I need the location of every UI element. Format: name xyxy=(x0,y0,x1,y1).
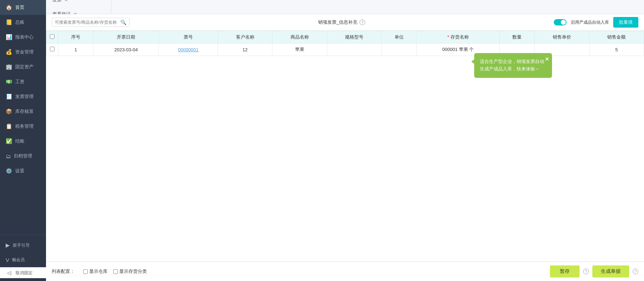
sidebar-icon-settlement: ✅ xyxy=(6,138,12,144)
tooltip-close-button[interactable]: ✕ xyxy=(545,55,549,63)
col-header-customer: 客户名称 xyxy=(218,31,272,44)
show-warehouse-checkbox[interactable]: 显示仓库 xyxy=(83,268,108,275)
sidebar-label-ledger: 总账 xyxy=(15,19,24,25)
sidebar-icon-tax: 📋 xyxy=(6,123,12,130)
sidebar-label-tax: 税务管理 xyxy=(15,123,34,130)
tab-bar: 首页发票✕查看凭证✕销项发票生成库存单据✕ xyxy=(46,0,644,14)
sidebar-bottom-item-guide[interactable]: ▶新手引导 xyxy=(0,238,46,253)
sidebar-bottom-icon-guide: ▶ xyxy=(6,242,10,248)
tab-invoice[interactable]: 发票✕ xyxy=(46,0,111,7)
unfix-button[interactable]: ◁ 取消固定 xyxy=(0,267,46,278)
sidebar-label-reports: 报表中心 xyxy=(15,34,34,40)
sidebar-icon-funds: 💰 xyxy=(6,49,12,55)
show-category-label: 显示存货分类 xyxy=(119,268,147,275)
sidebar-bottom-item-vip[interactable]: V畅会员 xyxy=(0,253,46,267)
toggle-switch[interactable] xyxy=(554,19,567,25)
sidebar-icon-wages: 💵 xyxy=(6,79,12,85)
cell-seq-0: 1 xyxy=(58,44,93,56)
table-wrapper: 序号开票日期票号客户名称商品名称规格型号单位存货名称数量销售单价销售金额 120… xyxy=(46,31,644,262)
sidebar-item-ledger[interactable]: 📒总账 xyxy=(0,15,46,30)
table-row: 12023-03-040000000112苹果000001 苹果 个5 xyxy=(46,44,644,56)
content-area: 🔍 销项发票_信息补充 ? 启用产成品自动入库 批量填 序号开票日期票号客户名称… xyxy=(46,14,644,281)
toolbar-right: 启用产成品自动入库 批量填 xyxy=(554,17,638,28)
sidebar-label-invoice-mgmt: 发票管理 xyxy=(15,93,34,100)
list-config-label: 列表配置： xyxy=(52,268,75,275)
sidebar-item-settlement[interactable]: ✅结账 xyxy=(0,134,46,149)
col-header-unit: 单位 xyxy=(381,31,416,44)
sidebar-item-wages[interactable]: 💵工资 xyxy=(0,74,46,89)
sidebar-item-assets[interactable]: 🏢固定资产 xyxy=(0,59,46,74)
sidebar-icon-archive: 🗂 xyxy=(6,153,11,159)
sidebar-bottom: ▶新手引导V畅会员 ◁ 取消固定 xyxy=(0,235,46,281)
row-select-0[interactable] xyxy=(50,47,54,51)
sidebar-label-wages: 工资 xyxy=(15,79,24,85)
sidebar-item-settings[interactable]: ⚙️设置 xyxy=(0,164,46,178)
sidebar-label-archive: 归档管理 xyxy=(14,153,32,159)
generate-info-icon[interactable]: ? xyxy=(633,269,638,274)
col-header-inventory: 存货名称 xyxy=(417,31,500,44)
sidebar-item-reports[interactable]: 📊报表中心 xyxy=(0,30,46,45)
sidebar-bottom-icon-vip: V xyxy=(6,257,9,263)
tab-label-invoice: 发票 xyxy=(52,0,62,3)
toolbar-mid: 销项发票_信息补充 ? xyxy=(133,19,550,25)
sidebar-icon-reports: 📊 xyxy=(6,34,12,40)
bottom-bar: 列表配置： 显示仓库 显示存货分类 暂存 ? 生成单据 ? xyxy=(46,262,644,281)
toggle-label: 启用产成品自动入库 xyxy=(571,19,609,25)
sidebar-icon-invoice-mgmt: 🧾 xyxy=(6,93,12,100)
col-header-spec: 规格型号 xyxy=(327,31,381,44)
sidebar-icon-settings: ⚙️ xyxy=(6,168,12,174)
toggle-slider xyxy=(554,19,567,25)
sidebar-label-home: 首页 xyxy=(15,4,24,11)
unfix-label: 取消固定 xyxy=(16,270,33,276)
show-warehouse-label: 显示仓库 xyxy=(89,268,108,275)
generate-button[interactable]: 生成单据 xyxy=(592,265,629,277)
col-header-date: 开票日期 xyxy=(93,31,159,44)
sidebar-item-invoice-mgmt[interactable]: 🧾发票管理 xyxy=(0,89,46,104)
col-header-checkbox xyxy=(46,31,58,44)
tooltip-popup: ✕ 适合生产型企业，销项发票自动生成产成品入库，快来体验～ xyxy=(474,53,552,78)
sidebar-label-assets: 固定资产 xyxy=(15,64,34,70)
sidebar-label-funds: 资金管理 xyxy=(15,49,34,55)
sidebar-item-tax[interactable]: 📋税务管理 xyxy=(0,119,46,134)
sidebar-icon-home: 🏠 xyxy=(6,4,12,11)
search-input[interactable] xyxy=(55,20,120,25)
sidebar-label-settlement: 结账 xyxy=(15,138,24,144)
sidebar-label-settings: 设置 xyxy=(15,168,24,174)
sidebar-icon-assets: 🏢 xyxy=(6,64,12,70)
unfix-icon: ◁ xyxy=(7,270,11,276)
toolbar-info-icon[interactable]: ? xyxy=(360,19,365,25)
col-header-ticket_no: 票号 xyxy=(159,31,218,44)
search-icon: 🔍 xyxy=(120,19,126,25)
sidebar-bottom-label-vip: 畅会员 xyxy=(12,257,25,263)
data-table: 序号开票日期票号客户名称商品名称规格型号单位存货名称数量销售单价销售金额 120… xyxy=(46,31,644,56)
col-header-unit_price: 销售单价 xyxy=(535,31,589,44)
save-info-icon[interactable]: ? xyxy=(583,269,589,274)
main-area: 首页发票✕查看凭证✕销项发票生成库存单据✕ 🔍 销项发票_信息补充 ? 启用产成… xyxy=(46,0,644,281)
save-button[interactable]: 暂存 xyxy=(550,265,580,277)
sidebar-item-archive[interactable]: 🗂归档管理 xyxy=(0,149,46,164)
sidebar-item-inventory[interactable]: 📦库存核算 xyxy=(0,104,46,119)
sidebar-icon-ledger: 📒 xyxy=(6,19,12,25)
cell-date-0: 2023-03-04 xyxy=(93,44,159,56)
sidebar-item-funds[interactable]: 💰资金管理 xyxy=(0,45,46,59)
sidebar-item-home[interactable]: 🏠首页 xyxy=(0,0,46,15)
sidebar-icon-inventory: 📦 xyxy=(6,108,12,115)
cell-amount-0: 5 xyxy=(589,44,644,56)
cell-ticket_no-0[interactable]: 00000001 xyxy=(159,44,218,56)
toolbar-title: 销项发票_信息补充 xyxy=(318,19,357,25)
tab-close-invoice[interactable]: ✕ xyxy=(64,0,68,2)
sidebar: 🏠首页📒总账📊报表中心💰资金管理🏢固定资产💵工资🧾发票管理📦库存核算📋税务管理✅… xyxy=(0,0,46,281)
sidebar-label-inventory: 库存核算 xyxy=(15,108,34,115)
show-category-checkbox[interactable]: 显示存货分类 xyxy=(113,268,147,275)
cell-customer-0: 12 xyxy=(218,44,272,56)
bottom-actions: 暂存 ? 生成单据 ? xyxy=(550,265,638,277)
row-checkbox-0[interactable] xyxy=(46,44,58,56)
col-header-amount: 销售金额 xyxy=(589,31,644,44)
cell-spec-0 xyxy=(327,44,381,56)
cell-goods_name-0: 苹果 xyxy=(272,44,327,56)
col-header-qty: 数量 xyxy=(499,31,534,44)
batch-button[interactable]: 批量填 xyxy=(613,17,638,28)
select-all-checkbox[interactable] xyxy=(50,34,54,39)
search-box[interactable]: 🔍 xyxy=(52,18,130,27)
cell-unit-0 xyxy=(381,44,416,56)
